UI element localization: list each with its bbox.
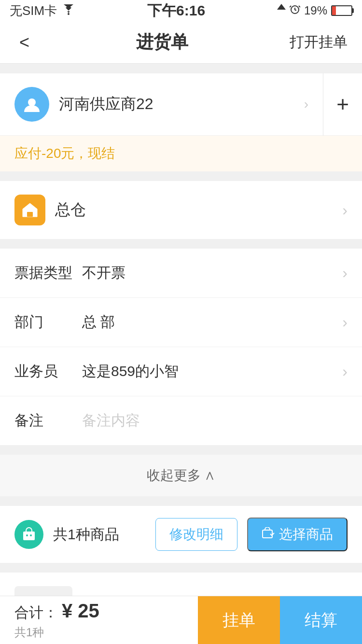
- nav-bar: < 进货单 打开挂单: [0, 21, 362, 64]
- location-icon: [277, 4, 286, 17]
- collapse-toggle[interactable]: 收起更多 ∧: [0, 455, 362, 496]
- status-bar: 无SIM卡 下午6:16 19%: [0, 0, 362, 21]
- svg-rect-5: [27, 212, 33, 217]
- warehouse-name: 总仓: [55, 199, 342, 221]
- invoice-type-row[interactable]: 票据类型 不开票 ›: [0, 249, 362, 298]
- carrier-text: 无SIM卡: [10, 2, 57, 19]
- product-header: 共1种商品 修改明细 选择商品: [0, 506, 362, 563]
- select-product-button[interactable]: 选择商品: [247, 518, 348, 551]
- edit-detail-button[interactable]: 修改明细: [155, 518, 237, 551]
- total-amount: ¥ 25: [62, 600, 99, 622]
- remark-label: 备注: [14, 411, 82, 431]
- supplier-avatar: [14, 87, 49, 122]
- svg-point-8: [30, 534, 32, 536]
- bottom-bar: 合计： ¥ 25 共1种 挂单 结算: [0, 596, 362, 644]
- salesperson-label: 业务员: [14, 362, 82, 381]
- open-hang-button[interactable]: 打开挂单: [290, 32, 348, 52]
- wifi-icon: [62, 3, 75, 18]
- checkout-button[interactable]: 结算: [280, 596, 362, 644]
- spacer-1: [0, 64, 362, 73]
- page-title: 进货单: [136, 30, 188, 54]
- salesperson-value: 这是859的小智: [82, 362, 342, 381]
- alarm-icon: [290, 4, 300, 17]
- remark-placeholder: 备注内容: [82, 411, 348, 431]
- product-count-label: 共1种商品: [53, 525, 146, 545]
- warehouse-icon: [14, 195, 45, 225]
- supplier-name: 河南供应商22: [59, 94, 299, 115]
- total-sub: 共1种: [14, 625, 183, 640]
- salesperson-row[interactable]: 业务员 这是859的小智 ›: [0, 347, 362, 396]
- select-product-label: 选择商品: [279, 525, 333, 544]
- collapse-label: 收起更多 ∧: [147, 468, 216, 483]
- warehouse-chevron-icon: ›: [342, 201, 348, 219]
- battery-icon: [331, 5, 352, 16]
- form-section: 票据类型 不开票 › 部门 总 部 › 业务员 这是859的小智 › 备注 备注…: [0, 249, 362, 445]
- status-time: 下午6:16: [147, 1, 205, 21]
- battery-text: 19%: [304, 4, 327, 17]
- department-label: 部门: [14, 312, 82, 332]
- department-row[interactable]: 部门 总 部 ›: [0, 298, 362, 347]
- product-header-section: 共1种商品 修改明细 选择商品: [0, 506, 362, 563]
- select-product-icon: [262, 527, 275, 542]
- back-button[interactable]: <: [14, 28, 34, 57]
- hang-order-button[interactable]: 挂单: [198, 596, 280, 644]
- add-supplier-button[interactable]: +: [323, 73, 362, 136]
- svg-point-4: [28, 98, 36, 106]
- warehouse-section: 总仓 ›: [0, 181, 362, 239]
- invoice-type-chevron-icon: ›: [342, 264, 348, 282]
- status-right: 19%: [277, 4, 352, 17]
- invoice-type-value: 不开票: [82, 263, 342, 283]
- remark-row[interactable]: 备注 备注内容: [0, 396, 362, 445]
- notice-bar: 应付-20元，现结: [0, 136, 362, 171]
- status-left: 无SIM卡: [10, 2, 75, 19]
- svg-point-0: [68, 13, 70, 15]
- svg-rect-6: [23, 532, 35, 540]
- supplier-row[interactable]: 河南供应商22 ›: [0, 73, 323, 136]
- warehouse-row[interactable]: 总仓 ›: [0, 181, 362, 239]
- salesperson-chevron-icon: ›: [342, 363, 348, 380]
- product-section-icon: [14, 520, 43, 549]
- svg-point-7: [26, 534, 28, 536]
- notice-text: 应付-20元，现结: [14, 146, 115, 161]
- supplier-section: 河南供应商22 › +: [0, 73, 362, 136]
- department-value: 总 部: [82, 312, 342, 332]
- invoice-type-label: 票据类型: [14, 263, 82, 283]
- total-label: 合计：: [14, 603, 58, 623]
- department-chevron-icon: ›: [342, 313, 348, 331]
- total-main: 合计： ¥ 25: [14, 600, 183, 623]
- total-section: 合计： ¥ 25 共1种: [0, 596, 198, 644]
- supplier-chevron-icon: ›: [304, 97, 308, 112]
